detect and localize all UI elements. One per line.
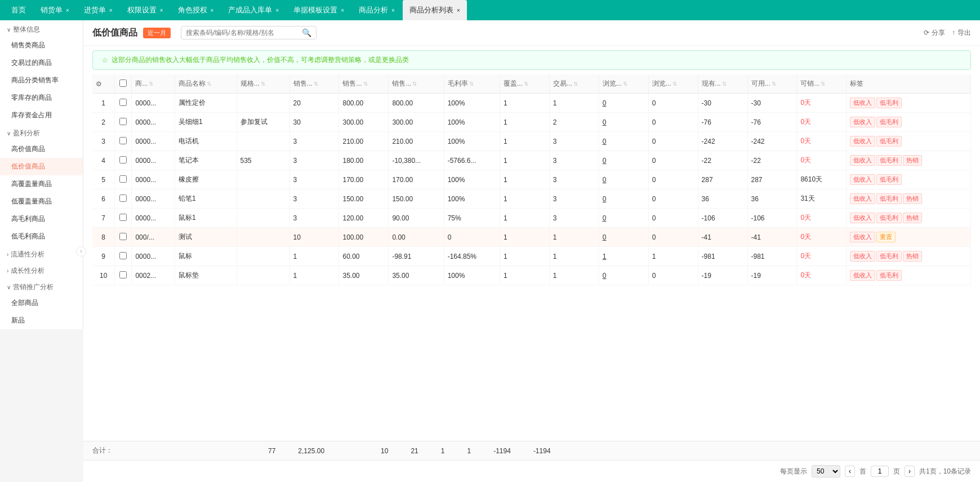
td-available: -30 <box>747 94 797 113</box>
sidebar-item-category-rate[interactable]: 商品分类销售率 <box>0 72 83 89</box>
first-page-button[interactable]: ‹ <box>845 466 855 477</box>
td-margin: -164.85% <box>444 247 500 266</box>
sidebar-section-overall[interactable]: ∨ 整体信息 <box>0 20 83 37</box>
td-margin: 100% <box>444 94 500 113</box>
tag-label: 低毛利 <box>876 174 902 185</box>
nav-item-goods-list[interactable]: 商品分析列表 × <box>403 0 467 20</box>
nav-close-sales[interactable]: × <box>66 7 69 14</box>
td-sales-qty: 3 <box>289 170 339 189</box>
export-button[interactable]: ↑ 导出 <box>952 28 971 38</box>
next-page-button[interactable]: › <box>905 466 915 477</box>
sidebar-item-stock-funds[interactable]: 库存资金占用 <box>0 107 83 124</box>
td-browse1: 0 <box>599 113 648 132</box>
sidebar-item-traded-goods[interactable]: 交易过的商品 <box>0 54 83 72</box>
td-sales-cost: 300.00 <box>389 113 444 132</box>
td-sales-qty: 3 <box>289 132 339 151</box>
table-wrapper: ⚙ 商...⇅ 商品名称⇅ 规格...⇅ 销售...⇅ 销售...⇅ 销售...… <box>83 74 980 441</box>
th-margin: 毛利率⇅ <box>444 74 500 94</box>
search-box: 🔍 <box>181 26 317 39</box>
search-icon[interactable]: 🔍 <box>302 28 311 37</box>
nav-item-goods-analysis[interactable]: 商品分析 × <box>352 0 402 20</box>
nav-item-product-stock[interactable]: 产成品入库单 × <box>221 0 286 20</box>
td-browse2: 1 <box>648 247 698 266</box>
page-size-select[interactable]: 50 100 200 <box>812 465 840 477</box>
browse1-link[interactable]: 0 <box>603 195 607 203</box>
td-spec <box>237 228 289 247</box>
nav-close-product-stock[interactable]: × <box>275 7 279 14</box>
row-checkbox[interactable] <box>119 118 127 125</box>
td-current-stock: -106 <box>698 209 747 228</box>
browse1-link[interactable]: 0 <box>603 214 607 222</box>
nav-item-template[interactable]: 单据模板设置 × <box>287 0 351 20</box>
browse1-link[interactable]: 0 <box>603 99 607 107</box>
td-checkbox <box>115 170 132 189</box>
td-available: 36 <box>747 189 797 209</box>
row-checkbox[interactable] <box>119 214 127 221</box>
settings-icon[interactable]: ⚙ <box>96 80 102 88</box>
row-checkbox[interactable] <box>119 175 127 183</box>
row-checkbox[interactable] <box>119 99 127 106</box>
row-checkbox[interactable] <box>119 194 127 202</box>
browse1-link[interactable]: 0 <box>603 233 607 241</box>
row-checkbox[interactable] <box>119 233 127 240</box>
row-checkbox[interactable] <box>119 156 127 163</box>
td-margin: 100% <box>444 170 500 189</box>
nav-item-purchase[interactable]: 进货单 × <box>77 0 119 20</box>
search-input[interactable] <box>186 29 299 37</box>
sidebar-item-high-value[interactable]: 高价值商品 <box>0 140 83 158</box>
sidebar-item-high-coverage[interactable]: 高覆盖量商品 <box>0 175 83 193</box>
td-no: 5 <box>92 170 115 189</box>
browse1-link[interactable]: 0 <box>603 157 607 165</box>
table-row: 9 0000... 鼠标 1 60.00 -98.91 -164.85% 1 1… <box>92 247 971 266</box>
row-checkbox[interactable] <box>119 137 127 144</box>
sidebar-collapse-button[interactable]: ‹ <box>76 246 86 257</box>
sidebar-item-zero-stock[interactable]: 零库存的商品 <box>0 89 83 107</box>
sidebar-item-low-value[interactable]: 低价值商品 <box>0 158 83 175</box>
td-spec <box>237 189 289 209</box>
browse1-link[interactable]: 0 <box>603 118 607 126</box>
td-no: 3 <box>92 132 115 151</box>
row-checkbox[interactable] <box>119 271 127 278</box>
sidebar-section-circulation[interactable]: › 流通性分析 <box>0 245 83 262</box>
sidebar-item-new-goods[interactable]: 新品 <box>0 312 83 329</box>
nav-item-home[interactable]: 首页 <box>5 0 33 20</box>
sidebar-section-marketing[interactable]: ∨ 营销推广分析 <box>0 278 83 294</box>
sidebar-item-low-coverage[interactable]: 低覆盖量商品 <box>0 193 83 210</box>
nav-close-roles[interactable]: × <box>211 7 214 14</box>
td-name: 属性定价 <box>175 94 237 113</box>
nav-close-goods-list[interactable]: × <box>457 7 460 14</box>
td-tags: 低收入低毛利热销 <box>847 209 971 228</box>
td-sales-amt: 800.00 <box>339 94 389 113</box>
sidebar-item-low-margin[interactable]: 低毛利商品 <box>0 228 83 245</box>
nav-close-template[interactable]: × <box>341 7 344 14</box>
browse1-link[interactable]: 1 <box>603 253 607 260</box>
nav-close-goods-analysis[interactable]: × <box>391 7 395 14</box>
row-checkbox[interactable] <box>119 252 127 259</box>
sidebar-section-profit[interactable]: ∨ 盈利分析 <box>0 124 83 140</box>
browse1-link[interactable]: 0 <box>603 272 607 280</box>
nav-item-sales[interactable]: 销货单 × <box>34 0 76 20</box>
sidebar-item-high-margin[interactable]: 高毛利商品 <box>0 210 83 228</box>
sidebar-item-sales-goods[interactable]: 销售类商品 <box>0 37 83 54</box>
sidebar-section-growth[interactable]: › 成长性分析 <box>0 262 83 278</box>
nav-item-roles[interactable]: 角色授权 × <box>171 0 221 20</box>
browse1-link[interactable]: 0 <box>603 138 607 145</box>
nav-close-purchase[interactable]: × <box>109 7 113 14</box>
td-spec <box>237 209 289 228</box>
td-trade: 3 <box>549 209 599 228</box>
th-code: 商...⇅ <box>132 74 175 94</box>
nav-item-permissions[interactable]: 权限设置 × <box>121 0 170 20</box>
time-range-tag[interactable]: 近一月 <box>143 28 171 38</box>
share-button[interactable]: ⟳ 分享 <box>924 28 945 38</box>
td-sales-qty: 3 <box>289 209 339 228</box>
browse1-link[interactable]: 0 <box>603 176 607 184</box>
td-coverage: 1 <box>500 113 549 132</box>
nav-close-permissions[interactable]: × <box>160 7 163 14</box>
td-trade: 1 <box>549 247 599 266</box>
sidebar-item-all-goods[interactable]: 全部商品 <box>0 294 83 312</box>
td-checkbox <box>115 247 132 266</box>
select-all-checkbox[interactable] <box>119 79 127 87</box>
th-settings[interactable]: ⚙ <box>92 74 115 94</box>
td-sales-cost: 0.00 <box>389 228 444 247</box>
page-number-input[interactable] <box>871 466 889 477</box>
